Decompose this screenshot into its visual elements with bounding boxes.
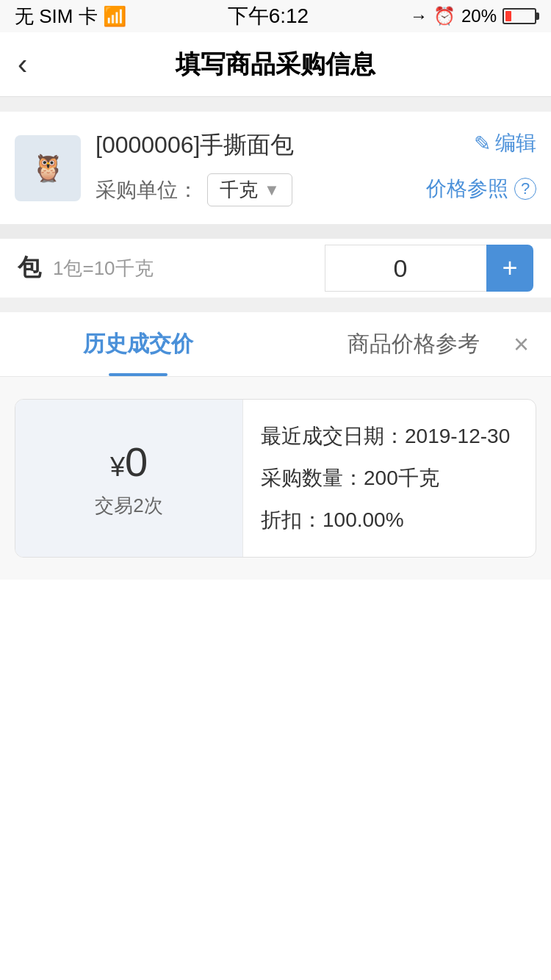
- tabs-bar: 历史成交价 商品价格参考 ×: [0, 312, 551, 377]
- price-value: 0: [125, 439, 148, 485]
- price-card-left: ¥0 交易2次: [15, 400, 243, 557]
- edit-icon: ✎: [474, 131, 491, 156]
- edit-label: 编辑: [495, 129, 536, 157]
- product-actions: ✎ 编辑 价格参照 ?: [426, 129, 536, 203]
- discount-label: 折扣：: [261, 508, 323, 531]
- purchase-qty-value: 200千克: [364, 466, 439, 489]
- status-bar: 无 SIM 卡 📶 下午6:12 → ⏰ 20%: [0, 0, 551, 32]
- price-recent-date: 最近成交日期：2019-12-30: [261, 422, 518, 450]
- product-thumbnail: 🦉: [15, 135, 81, 201]
- battery-percent: 20%: [461, 6, 497, 26]
- price-reference-button[interactable]: 价格参照 ?: [426, 175, 536, 203]
- product-section: 🦉 [0000006]手撕面包 采购单位： 千克 ▼ ✎ 编辑: [0, 112, 551, 224]
- back-button[interactable]: ‹: [18, 48, 27, 81]
- tabs-section: 历史成交价 商品价格参考 × ¥0 交易2次 最近成交日期：2019-12-30: [0, 312, 551, 580]
- recent-date-value: 2019-12-30: [405, 425, 510, 447]
- status-bar-right: → ⏰ 20%: [410, 6, 536, 26]
- quantity-left: 包 1包=10千克: [18, 252, 154, 284]
- quantity-input[interactable]: [325, 245, 486, 292]
- tab-underline: [109, 373, 168, 376]
- product-unit-row: 采购单位： 千克 ▼: [96, 173, 294, 206]
- purchase-qty-label: 采购数量：: [261, 466, 364, 489]
- time-text: 下午6:12: [228, 2, 309, 30]
- unit-dropdown-arrow: ▼: [264, 181, 280, 200]
- tab-history-label: 历史成交价: [83, 329, 193, 359]
- unit-value: 千克: [220, 177, 258, 203]
- quantity-unit-detail: 1包=10千克: [53, 256, 154, 281]
- price-card: ¥0 交易2次 最近成交日期：2019-12-30 采购数量：200千克 折扣：…: [15, 399, 536, 558]
- price-card-right: 最近成交日期：2019-12-30 采购数量：200千克 折扣：100.00%: [243, 400, 536, 557]
- tab-reference-price[interactable]: 商品价格参考: [276, 312, 551, 376]
- quantity-row: 包 1包=10千克 +: [0, 239, 551, 298]
- product-name: [0000006]手撕面包: [96, 129, 294, 162]
- tab-close-button[interactable]: ×: [514, 329, 529, 360]
- product-header: 🦉 [0000006]手撕面包 采购单位： 千克 ▼ ✎ 编辑: [15, 129, 536, 206]
- battery-icon: [503, 8, 536, 24]
- help-icon: ?: [514, 178, 536, 200]
- price-card-container: ¥0 交易2次 最近成交日期：2019-12-30 采购数量：200千克 折扣：…: [0, 377, 551, 580]
- quantity-input-group: +: [325, 245, 533, 292]
- price-discount: 折扣：100.00%: [261, 505, 518, 534]
- section-divider: [0, 224, 551, 239]
- price-transactions: 交易2次: [95, 493, 162, 519]
- location-icon: →: [410, 6, 428, 26]
- price-purchase-qty: 采购数量：200千克: [261, 464, 518, 492]
- unit-label: 采购单位：: [96, 176, 198, 204]
- product-thumbnail-icon: 🦉: [32, 153, 65, 184]
- tab-reference-label: 商品价格参考: [347, 329, 480, 359]
- tab-history-price[interactable]: 历史成交价: [0, 312, 276, 376]
- price-amount: ¥0: [110, 438, 148, 486]
- edit-button[interactable]: ✎ 编辑: [474, 129, 536, 157]
- unit-selector[interactable]: 千克 ▼: [207, 173, 292, 206]
- product-left: 🦉 [0000006]手撕面包 采购单位： 千克 ▼: [15, 129, 294, 206]
- bottom-area: [0, 580, 551, 980]
- discount-value: 100.00%: [323, 508, 404, 531]
- price-ref-label: 价格参照: [426, 175, 508, 203]
- quantity-plus-button[interactable]: +: [486, 245, 533, 292]
- nav-bar: ‹ 填写商品采购信息: [0, 32, 551, 97]
- product-info: [0000006]手撕面包 采购单位： 千克 ▼: [96, 129, 294, 206]
- battery-fill: [505, 11, 511, 21]
- page-title: 填写商品采购信息: [176, 48, 375, 82]
- recent-date-label: 最近成交日期：: [261, 425, 405, 447]
- alarm-icon: ⏰: [433, 6, 455, 26]
- carrier-text: 无 SIM 卡 📶: [15, 4, 126, 29]
- quantity-unit-badge: 包: [18, 252, 41, 284]
- price-currency-symbol: ¥: [110, 452, 125, 482]
